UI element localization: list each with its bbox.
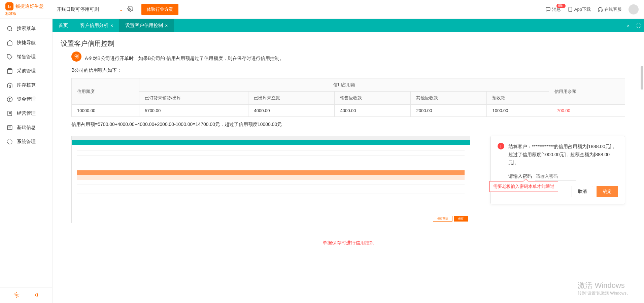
sidebar-item-business[interactable]: 经营管理 — [0, 106, 52, 121]
industry-solution-button[interactable]: 体验行业方案 — [141, 4, 178, 15]
th-sub: 其他应收款 — [411, 92, 487, 105]
cart-icon — [7, 68, 13, 74]
dialog-message: 结算客户：************的信用占用额为[1888.00元]，超过了信用… — [508, 143, 618, 167]
app-download-button[interactable]: App下载 — [568, 6, 591, 12]
example-text: A企对B公司进行开单时，如果B公司的 信用占用额超过了信用额度，则在保存时进行信… — [85, 54, 284, 63]
online-service-button[interactable]: 在线客服 — [598, 6, 622, 12]
top-header: b 畅捷通好生意 标准版 开账日期可停用可删 ⌄ 体验行业方案 消息 99+ A… — [0, 0, 644, 19]
selector-label: 开账日期可停用可删 — [57, 6, 99, 12]
th-sub: 销售应收款 — [335, 92, 411, 105]
brand-edition: 标准版 — [5, 11, 16, 16]
close-icon[interactable]: × — [110, 23, 113, 28]
th-credit-limit: 信用额度 — [72, 78, 139, 105]
sidebar-item-sales[interactable]: 销售管理 — [0, 50, 52, 64]
message-icon — [545, 7, 551, 12]
message-badge: 99+ — [556, 4, 566, 8]
table-row: 10000.00 5700.00 4000.00 4000.00 2000.00… — [72, 105, 625, 117]
formula-text: 信用占用额=5700.00+4000.00+4000.00+2000.00-10… — [71, 122, 625, 128]
logo-area: b 畅捷通好生意 标准版 — [5, 2, 53, 16]
password-input[interactable] — [535, 172, 576, 180]
sidebar-item-basicinfo[interactable]: 基础信息 — [0, 121, 52, 135]
brand-name: 畅捷通好生意 — [15, 3, 44, 9]
th-sub: 已订货未销货/出库 — [139, 92, 248, 105]
sidebar-item-purchase[interactable]: 采购管理 — [0, 64, 52, 78]
close-icon[interactable]: × — [165, 23, 168, 28]
svg-point-3 — [7, 26, 11, 30]
svg-point-15 — [16, 294, 18, 296]
sidebar-item-label: 系统管理 — [17, 139, 36, 145]
sidebar: 搜索菜单 快捷导航 销售管理 采购管理 库存核算 资金管理 — [0, 19, 53, 303]
sidebar-item-system[interactable]: 系统管理 — [0, 135, 52, 149]
messages-button[interactable]: 消息 99+ — [545, 6, 561, 12]
credit-table: 信用额度 信用占用额 信用用余额 已订货未销货/出库 已出库未立账 销售应收款 … — [71, 78, 625, 117]
sidebar-item-label: 经营管理 — [17, 110, 36, 116]
sidebar-item-funds[interactable]: 资金管理 — [0, 92, 52, 106]
headset-icon — [598, 7, 603, 12]
tab-credit-analysis[interactable]: 客户信用分析 × — [74, 19, 119, 32]
sidebar-item-label: 资金管理 — [17, 96, 36, 102]
document-icon — [7, 110, 13, 116]
svg-rect-6 — [9, 86, 11, 88]
page-title: 设置客户信用控制 — [61, 39, 636, 48]
account-selector[interactable]: 开账日期可停用可删 ⌄ — [57, 6, 123, 12]
svg-point-0 — [130, 8, 131, 10]
sidebar-item-label: 基础信息 — [17, 125, 36, 131]
sidebar-item-quicknav[interactable]: 快捷导航 — [0, 36, 52, 50]
list-icon — [7, 125, 13, 131]
scrollbar[interactable] — [641, 66, 643, 90]
confirm-button[interactable]: 确定 — [597, 186, 618, 197]
save-caption: 单据保存时进行信用控制 — [71, 240, 625, 246]
footer-gear-icon[interactable] — [13, 292, 20, 299]
mobile-icon — [568, 7, 573, 12]
credit-warning-dialog: ! 结算客户：************的信用占用额为[1888.00元]，超过了… — [490, 136, 625, 204]
search-icon — [7, 26, 13, 32]
sidebar-item-label: 库存核算 — [17, 82, 36, 88]
sidebar-item-label: 搜索菜单 — [17, 26, 36, 32]
sidebar-item-inventory[interactable]: 库存核算 — [0, 78, 52, 92]
warehouse-icon — [7, 82, 13, 88]
money-icon — [7, 96, 13, 102]
fullscreen-icon[interactable]: ⛶ — [633, 23, 644, 28]
sidebar-item-label: 销售管理 — [17, 54, 36, 60]
tag-icon — [7, 54, 13, 60]
sidebar-item-search[interactable]: 搜索菜单 — [0, 22, 52, 36]
cancel-button[interactable]: 取消 — [572, 186, 593, 197]
tab-credit-control[interactable]: 设置客户信用控制 × — [119, 19, 174, 32]
brand-logo-icon: b — [5, 2, 13, 10]
sub-text: B公司的信用额占如下： — [71, 67, 625, 73]
chevron-down-icon: ⌄ — [119, 7, 123, 12]
svg-rect-1 — [569, 7, 572, 11]
mini-save-button: 保存 — [454, 216, 468, 222]
sidebar-item-label: 采购管理 — [17, 68, 36, 74]
password-label: 请输入密码 — [508, 173, 532, 179]
main-content: 首页 客户信用分析 × 设置客户信用控制 × × ⛶ 设置客户信用控制 例 A企… — [53, 19, 644, 303]
th-sub: 预收款 — [487, 92, 549, 105]
illustration-screenshot: 保存草稿 保存 — [71, 136, 470, 223]
settings-icon — [7, 139, 13, 145]
gear-icon[interactable] — [127, 6, 133, 13]
alert-icon: ! — [498, 143, 504, 149]
user-avatar[interactable] — [629, 4, 639, 14]
th-group-usage: 信用占用额 — [139, 78, 549, 92]
mini-draft-button: 保存草稿 — [433, 216, 452, 222]
svg-point-14 — [7, 139, 12, 144]
th-balance: 信用用余额 — [549, 78, 625, 105]
home-icon — [7, 40, 13, 46]
collapse-sidebar-icon[interactable] — [33, 292, 39, 299]
tabs-bar: 首页 客户信用分析 × 设置客户信用控制 × × ⛶ — [53, 19, 644, 32]
tab-home[interactable]: 首页 — [53, 19, 74, 32]
svg-line-4 — [11, 30, 12, 31]
example-badge: 例 — [71, 52, 81, 62]
sidebar-item-label: 快捷导航 — [17, 40, 36, 46]
callout-annotation: 需要老板输入密码本单才能通过 — [489, 181, 558, 192]
close-all-icon[interactable]: × — [623, 23, 633, 28]
th-sub: 已出库未立账 — [248, 92, 335, 105]
